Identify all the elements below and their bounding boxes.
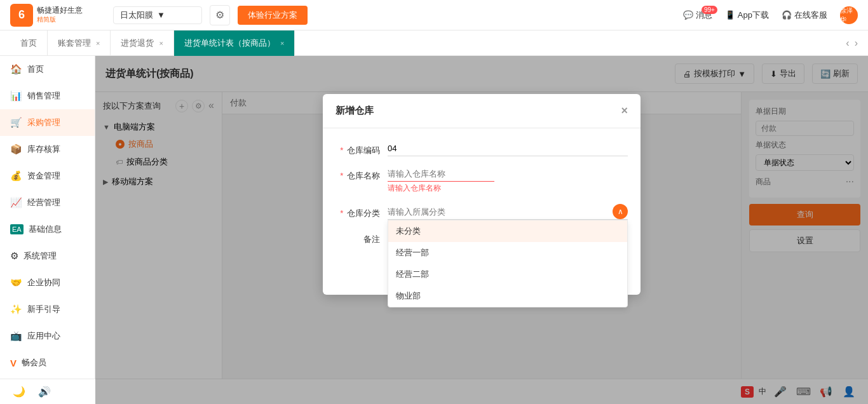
modal-body: * 仓库编码 * 仓库名称 请输入仓库名称: [323, 128, 641, 258]
category-row: * 仓库分类 ∧ 未分类 经营一部 经: [336, 204, 628, 220]
sidebar-item-operations[interactable]: 📈 经营管理: [0, 189, 95, 216]
tab-purchase-return-label: 进货退货: [121, 37, 154, 49]
modal-overlay: 新增仓库 × * 仓库编码 *: [95, 56, 868, 404]
sidebar-item-inventory[interactable]: 📦 库存核算: [0, 136, 95, 163]
avatar: 徐泽华: [840, 6, 858, 24]
sidebar-label-sales: 销售管理: [27, 90, 60, 102]
tab-home-label: 首页: [20, 37, 37, 49]
tab-purchase-return[interactable]: 进货退货 ×: [111, 30, 173, 56]
content-area: 进货单统计(按商品) 🖨 按模板打印 ▼ ⬇ 导出 🔄 刷新: [95, 56, 868, 404]
message-icon: 💬: [683, 10, 693, 20]
store-selector[interactable]: 日太阳膜 ▼: [113, 6, 202, 24]
inventory-icon: 📦: [10, 144, 22, 155]
category-input-wrapper: ∧ 未分类 经营一部 经营二部 物业部: [388, 204, 628, 220]
dropdown-item-dept1[interactable]: 经营一部: [388, 242, 627, 264]
modal-close-button[interactable]: ×: [621, 104, 628, 118]
tab-bar: 首页 账套管理 × 进货退货 × 进货单统计表（按商品） × ‹ ›: [0, 30, 868, 56]
dropdown-item-dept2[interactable]: 经营二部: [388, 264, 627, 285]
sidebar-label-system: 系统管理: [24, 250, 57, 262]
header-right: 💬 消息 99+ 📱 App下载 🎧 在线客服 徐泽华: [683, 6, 858, 24]
dropdown-item-unclassified[interactable]: 未分类: [388, 220, 627, 242]
tab-account[interactable]: 账套管理 ×: [48, 30, 111, 56]
tab-close-account[interactable]: ×: [96, 39, 100, 47]
sidebar-label-guide: 新手引导: [27, 304, 60, 315]
main-layout: 🏠 首页 📊 销售管理 🛒 采购管理 📦 库存核算 💰 资金管理 📈 经营管理 …: [0, 56, 868, 404]
sidebar-item-vip[interactable]: V 畅会员: [0, 349, 95, 376]
sidebar: 🏠 首页 📊 销售管理 🛒 采购管理 📦 库存核算 💰 资金管理 📈 经营管理 …: [0, 56, 95, 404]
sidebar-item-finance[interactable]: 💰 资金管理: [0, 163, 95, 189]
tab-home[interactable]: 首页: [10, 30, 48, 56]
finance-icon: 💰: [10, 170, 22, 182]
name-row: * 仓库名称 请输入仓库名称: [336, 166, 628, 194]
sidebar-label-finance: 资金管理: [27, 170, 60, 182]
volume-icon[interactable]: 🔊: [36, 383, 53, 401]
guide-icon: ✨: [10, 304, 22, 315]
code-input[interactable]: [388, 141, 628, 156]
app-download-button[interactable]: 📱 App下载: [725, 10, 769, 21]
category-input[interactable]: [388, 205, 613, 219]
tab-close-purchase-stats[interactable]: ×: [280, 39, 284, 47]
required-star2: *: [340, 171, 343, 180]
category-up-button[interactable]: ∧: [613, 204, 628, 219]
code-label: * 仓库编码: [336, 141, 380, 156]
sidebar-label-basic: 基础信息: [29, 224, 62, 235]
logo-sub: 精简版: [37, 15, 83, 24]
modal-header: 新增仓库 ×: [323, 94, 641, 128]
tab-close-purchase-return[interactable]: ×: [159, 39, 163, 47]
basic-icon: EA: [10, 224, 24, 234]
new-warehouse-modal: 新增仓库 × * 仓库编码 *: [323, 94, 641, 295]
sidebar-item-app[interactable]: 📺 应用中心: [0, 323, 95, 349]
sidebar-item-sales[interactable]: 📊 销售管理: [0, 83, 95, 109]
tab-next-icon[interactable]: ›: [855, 37, 858, 49]
tab-purchase-stats[interactable]: 进货单统计表（按商品） ×: [174, 30, 295, 56]
online-service-button[interactable]: 🎧 在线客服: [782, 10, 827, 21]
gear-icon: ⚙: [215, 9, 224, 21]
tab-prev-icon[interactable]: ‹: [846, 37, 849, 49]
cooperation-icon: 🤝: [10, 277, 22, 288]
chevron-down-icon: ▼: [157, 10, 165, 20]
code-row: * 仓库编码: [336, 141, 628, 156]
name-input-wrapper: 请输入仓库名称: [388, 166, 628, 194]
name-error-message: 请输入仓库名称: [388, 183, 628, 194]
sidebar-item-basic[interactable]: EA 基础信息: [0, 216, 95, 243]
top-header: 6 畅捷通好生意 精简版 日太阳膜 ▼ ⚙ 体验行业方案 💬 消息 99+ 📱 …: [0, 0, 868, 30]
vip-icon: V: [10, 358, 17, 368]
sidebar-label-home: 首页: [27, 64, 44, 75]
name-input[interactable]: [388, 166, 494, 182]
sidebar-item-guide[interactable]: ✨ 新手引导: [0, 296, 95, 323]
bottom-left: 🌙 🔊: [10, 383, 53, 401]
sidebar-label-vip: 畅会员: [22, 357, 46, 368]
dropdown-item-property[interactable]: 物业部: [388, 285, 627, 307]
purchase-icon: 🛒: [10, 117, 22, 128]
app-icon: 📺: [10, 330, 22, 342]
tab-expand-area: ‹ ›: [846, 37, 868, 49]
headset-icon: 🎧: [782, 10, 792, 20]
store-name: 日太阳膜: [120, 10, 153, 21]
modal-title: 新增仓库: [336, 105, 374, 117]
sidebar-label-cooperation: 企业协同: [27, 277, 60, 288]
sidebar-item-home[interactable]: 🏠 首页: [0, 56, 95, 83]
phone-icon: 📱: [725, 10, 735, 20]
category-label: * 仓库分类: [336, 204, 380, 219]
app-label: App下载: [738, 10, 769, 21]
messages-button[interactable]: 💬 消息 99+: [683, 10, 712, 21]
user-button[interactable]: 徐泽华: [840, 6, 858, 24]
moon-icon[interactable]: 🌙: [10, 383, 28, 401]
notes-label: 备注: [336, 230, 380, 245]
logo-area: 6 畅捷通好生意 精简版: [10, 4, 105, 27]
category-input-row: ∧: [388, 204, 628, 220]
trial-button[interactable]: 体验行业方案: [238, 6, 308, 25]
name-label: * 仓库名称: [336, 166, 380, 182]
sidebar-item-cooperation[interactable]: 🤝 企业协同: [0, 269, 95, 296]
home-icon: 🏠: [10, 64, 22, 75]
system-icon: ⚙: [10, 250, 18, 262]
settings-button[interactable]: ⚙: [210, 5, 230, 25]
sidebar-item-system[interactable]: ⚙ 系统管理: [0, 243, 95, 269]
message-badge: 99+: [702, 6, 717, 14]
tab-purchase-stats-label: 进货单统计表（按商品）: [184, 37, 275, 49]
sales-icon: 📊: [10, 90, 22, 102]
sidebar-label-operations: 经营管理: [27, 197, 60, 208]
sidebar-item-purchase[interactable]: 🛒 采购管理: [0, 109, 95, 136]
required-star3: *: [340, 208, 343, 218]
tab-account-label: 账套管理: [58, 37, 91, 49]
